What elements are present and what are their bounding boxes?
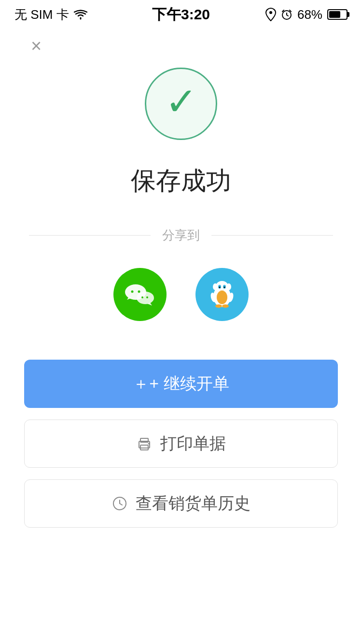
location-icon	[265, 8, 276, 21]
divider-line-left	[29, 235, 151, 236]
history-label: 查看销货单历史	[136, 492, 251, 515]
svg-point-0	[269, 11, 272, 14]
success-circle: ✓	[145, 68, 217, 140]
wifi-icon	[74, 9, 87, 20]
print-label: 打印单据	[160, 433, 226, 455]
svg-point-5	[138, 291, 140, 293]
close-button[interactable]: ×	[24, 34, 48, 58]
close-icon: ×	[31, 37, 42, 55]
share-divider: 分享到	[0, 227, 362, 244]
share-icons	[113, 268, 249, 321]
svg-point-7	[146, 296, 148, 298]
main-content: ✓ 保存成功 分享到	[0, 29, 362, 528]
action-buttons: ＋ + 继续开单 打印单据 查看销货单历	[0, 360, 362, 528]
clock-icon	[111, 495, 128, 512]
alarm-icon	[281, 9, 292, 20]
qq-icon	[207, 279, 238, 310]
continue-button[interactable]: ＋ + 继续开单	[24, 360, 338, 408]
wechat-icon	[123, 278, 157, 311]
svg-point-13	[219, 286, 220, 288]
svg-point-18	[222, 304, 229, 308]
svg-point-15	[213, 283, 218, 290]
sim-status: 无 SIM 卡	[14, 6, 69, 23]
svg-point-3	[137, 292, 154, 304]
svg-point-24	[148, 443, 150, 445]
status-bar-left: 无 SIM 卡	[14, 6, 87, 23]
print-button[interactable]: 打印单据	[24, 420, 338, 468]
status-bar: 无 SIM 卡 下午3:20 68%	[0, 0, 362, 29]
success-title: 保存成功	[131, 164, 231, 198]
status-bar-right: 68%	[265, 7, 348, 22]
share-wechat-button[interactable]	[113, 268, 167, 321]
checkmark-icon: ✓	[165, 83, 197, 121]
battery-fill	[329, 11, 340, 18]
svg-point-6	[141, 296, 143, 298]
svg-point-10	[217, 291, 227, 304]
svg-point-16	[226, 283, 231, 290]
share-label: 分享到	[151, 227, 211, 244]
svg-point-17	[215, 304, 222, 308]
battery-percentage: 68%	[297, 7, 322, 22]
svg-point-4	[131, 291, 134, 293]
plus-icon: ＋	[133, 373, 149, 395]
history-button[interactable]: 查看销货单历史	[24, 479, 338, 528]
printer-icon	[136, 435, 153, 452]
divider-line-right	[211, 235, 333, 236]
battery-icon	[327, 9, 348, 20]
share-qq-button[interactable]	[195, 268, 249, 321]
svg-point-14	[223, 286, 225, 288]
continue-label: + 继续开单	[149, 373, 229, 395]
status-bar-time: 下午3:20	[152, 5, 210, 25]
